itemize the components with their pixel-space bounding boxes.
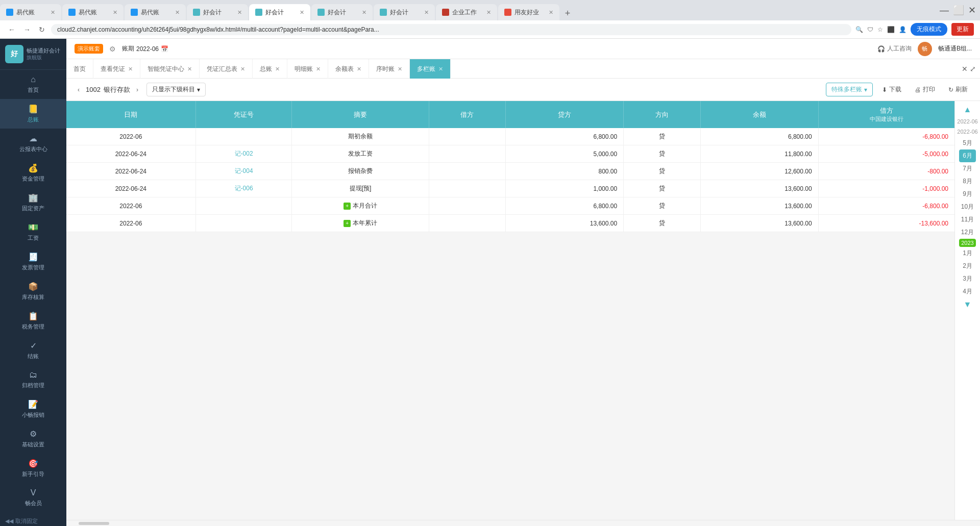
page-tab-close-5[interactable]: ✕ [316, 66, 321, 72]
timeline-month-11月[interactable]: 11月 [959, 213, 975, 226]
sidebar-item-发票管理[interactable]: 🧾发票管理 [0, 247, 66, 277]
sidebar-item-资金管理[interactable]: 💰资金管理 [0, 158, 66, 188]
voucher-link-1[interactable]: 记-002 [235, 150, 253, 157]
update-button[interactable]: 更新 [951, 23, 974, 36]
horizontal-scrollbar[interactable] [66, 520, 980, 526]
ledger-table: 日期 凭证号 摘要 借方 贷方 方向 余额 借方 中国建设银行 [66, 101, 954, 232]
page-tab-2[interactable]: 智能凭证中心 ✕ [140, 59, 200, 79]
reload-button[interactable]: ↻ [37, 23, 47, 36]
timeline-month2-2月[interactable]: 2月 [959, 260, 975, 272]
sidebar-item-云报表中心[interactable]: ☁云报表中心 [0, 129, 66, 158]
logo-area: 好 畅捷通好会计 旗舰版 [0, 39, 66, 70]
url-input[interactable] [51, 24, 851, 35]
sidebar-item-税务管理[interactable]: 📋税务管理 [0, 306, 66, 336]
service-button[interactable]: 🎧 人工咨询 [877, 44, 912, 53]
sidebar-item-工资[interactable]: 💵工资 [0, 217, 66, 247]
bookmark-icon[interactable]: ☆ [877, 26, 883, 33]
sidebar-item-固定资产[interactable]: 🏢固定资产 [0, 188, 66, 217]
page-tab-5[interactable]: 明细账 ✕ [287, 59, 328, 79]
timeline-year-badge[interactable]: 2023 [959, 239, 975, 247]
timeline-month2-3月[interactable]: 3月 [959, 272, 975, 285]
next-subject-button[interactable]: › [133, 85, 141, 94]
page-tab-close-6[interactable]: ✕ [357, 66, 361, 72]
sidebar-item-归档管理[interactable]: 🗂归档管理 [0, 365, 66, 394]
filter-dropdown[interactable]: 只显示下级科目 ▾ [146, 83, 206, 96]
browser-tab-5[interactable]: 好会计✕ [311, 4, 373, 20]
multi-col-button[interactable]: 特殊多栏账 ▾ [826, 83, 873, 96]
timeline-month-8月[interactable]: 8月 [959, 175, 975, 188]
page-tab-8[interactable]: 多栏账 ✕ [410, 59, 451, 79]
close-panel-button[interactable]: ✕ [962, 65, 968, 73]
timeline-month-12月[interactable]: 12月 [959, 226, 975, 239]
search-icon[interactable]: 🔍 [855, 26, 863, 33]
page-tab-7[interactable]: 序时账 ✕ [369, 59, 410, 79]
timeline-month-9月[interactable]: 9月 [959, 188, 975, 201]
period-value: 2022-06 [136, 45, 159, 53]
page-tab-3[interactable]: 凭证汇总表 ✕ [200, 59, 253, 79]
timeline-scroll-down[interactable]: ▼ [962, 298, 974, 311]
sidebar-item-基础设置[interactable]: ⚙基础设置 [0, 424, 66, 454]
cell-voucher-0 [195, 128, 292, 145]
voucher-link-3[interactable]: 记-006 [235, 185, 253, 192]
sidebar-item-总账[interactable]: 📒总账 [0, 99, 66, 129]
close-window-button[interactable]: ✕ [968, 5, 976, 16]
new-tab-button[interactable]: + [560, 6, 575, 20]
sidebar-item-库存核算[interactable]: 📦库存核算 [0, 277, 66, 306]
timeline-month-6月[interactable]: 6月 [959, 149, 975, 162]
sidebar-item-小畅报销[interactable]: 📝小畅报销 [0, 394, 66, 424]
back-button[interactable]: ← [6, 23, 17, 36]
download-button[interactable]: ⬇ 下载 [878, 83, 905, 96]
prev-subject-button[interactable]: ‹ [75, 85, 83, 94]
page-tab-label-5: 明细账 [295, 65, 313, 73]
calendar-icon[interactable]: 📅 [161, 45, 168, 53]
sidebar-item-首页[interactable]: ⌂首页 [0, 70, 66, 99]
settings-icon[interactable]: ⚙ [109, 45, 116, 53]
maximize-button[interactable]: ⬜ [953, 5, 964, 16]
page-tab-close-8[interactable]: ✕ [438, 66, 443, 72]
sidebar-unpin-button[interactable]: ◀◀ 取消固定 [0, 512, 66, 526]
page-tab-1[interactable]: 查看凭证 ✕ [93, 59, 140, 79]
demo-badge[interactable]: 演示账套 [75, 44, 103, 54]
page-tab-close-4[interactable]: ✕ [275, 66, 280, 72]
timeline-months: 5月6月7月8月9月10月11月12月20231月2月3月4月 [959, 137, 975, 298]
timeline-month-7月[interactable]: 7月 [959, 162, 975, 175]
print-button[interactable]: 🖨 打印 [911, 83, 939, 96]
refresh-button[interactable]: ↻ 刷新 [944, 83, 972, 96]
profile-icon[interactable]: 👤 [899, 26, 906, 33]
browser-tab-0[interactable]: 易代账✕ [0, 4, 61, 20]
sidebar-item-畅会员[interactable]: V畅会员 [0, 483, 66, 512]
page-tab-4[interactable]: 总账 ✕ [253, 59, 287, 79]
page-tab-close-3[interactable]: ✕ [240, 66, 245, 72]
page-tab-close-2[interactable]: ✕ [187, 66, 192, 72]
cell-voucher-2[interactable]: 记-004 [195, 163, 292, 180]
minimize-button[interactable]: — [940, 5, 949, 16]
browser-tab-2[interactable]: 易代账✕ [125, 4, 186, 20]
browser-tab-7[interactable]: 企业工作✕ [436, 4, 497, 20]
browser-tab-4[interactable]: 好会计✕ [249, 4, 310, 20]
browser-tab-8[interactable]: 用友好业✕ [498, 4, 559, 20]
timeline-month2-1月[interactable]: 1月 [959, 247, 975, 260]
cell-credit-3: 1,000.00 [506, 180, 624, 197]
page-tab-close-1[interactable]: ✕ [128, 66, 133, 72]
timeline-month-10月[interactable]: 10月 [959, 201, 975, 213]
voucher-link-2[interactable]: 记-004 [235, 167, 253, 174]
sidebar-item-结账[interactable]: ✓结账 [0, 336, 66, 365]
browser-tab-1[interactable]: 易代账✕ [62, 4, 124, 20]
browser-tab-6[interactable]: 好会计✕ [374, 4, 435, 20]
timeline-month2-4月[interactable]: 4月 [959, 285, 975, 298]
browser-tab-3[interactable]: 好会计✕ [187, 4, 248, 20]
cell-voucher-1[interactable]: 记-002 [195, 145, 292, 163]
sidebar-item-新手引导[interactable]: 🎯新手引导 [0, 454, 66, 483]
forward-button[interactable]: → [21, 23, 33, 36]
timeline-scroll-up[interactable]: ▲ [962, 103, 974, 116]
page-tab-close-7[interactable]: ✕ [398, 66, 402, 72]
timeline-month-5月[interactable]: 5月 [959, 137, 975, 149]
page-tab-6[interactable]: 余额表 ✕ [328, 59, 369, 79]
table-container[interactable]: 日期 凭证号 摘要 借方 贷方 方向 余额 借方 中国建设银行 [66, 101, 954, 520]
no-trace-button[interactable]: 无痕模式 [911, 23, 947, 36]
page-tab-0[interactable]: 首页 [66, 59, 93, 79]
window-extend-icon[interactable]: ⬛ [887, 26, 895, 33]
expand-panel-button[interactable]: ⤢ [970, 65, 976, 73]
scrollbar-thumb[interactable] [79, 522, 109, 525]
cell-voucher-3[interactable]: 记-006 [195, 180, 292, 197]
